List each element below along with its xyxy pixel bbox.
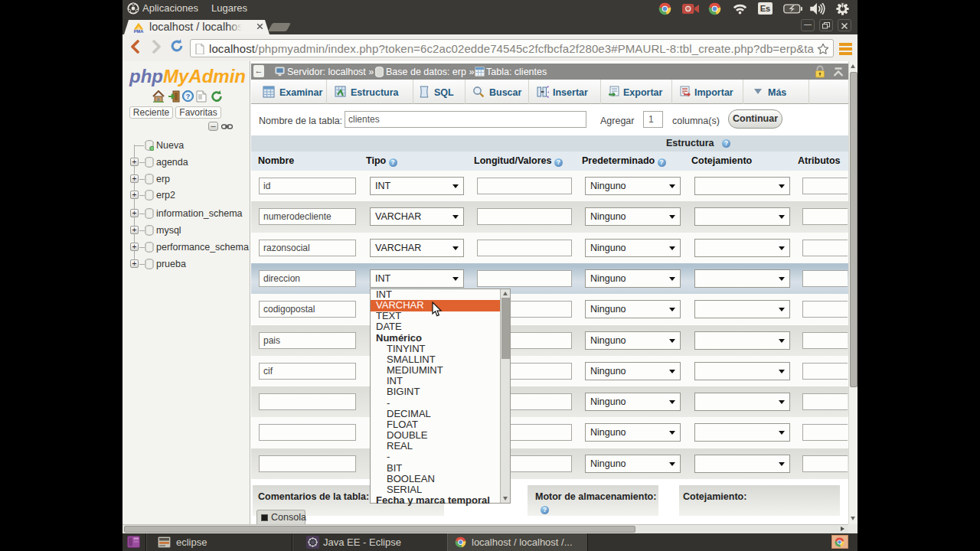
svg-text:PMA: PMA	[134, 29, 144, 33]
svg-text:?: ?	[186, 93, 191, 100]
